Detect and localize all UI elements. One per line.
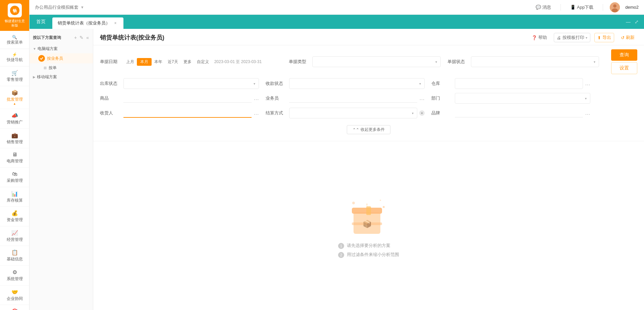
sidebar-item-wholesale[interactable]: 📦 批发管理 ▲ — [0, 86, 29, 109]
date-tab-more[interactable]: 更多 — [181, 58, 194, 66]
payment-label: 结算方式 — [266, 110, 289, 116]
message-button[interactable]: 💬 消息 — [533, 3, 554, 12]
goods-input[interactable] — [123, 94, 252, 103]
panel-collapse-button[interactable]: « — [86, 34, 90, 41]
doc-type-select[interactable]: ▾ — [312, 56, 441, 67]
page-title: 销货单统计表(按业务员) — [100, 34, 164, 42]
user-label: demo2 — [625, 5, 639, 10]
outstock-select[interactable]: ▾ — [123, 78, 259, 89]
search-menu-button[interactable]: 🔍 搜索菜单 — [0, 33, 29, 47]
refresh-button[interactable]: ↺ 刷新 — [618, 33, 637, 42]
consignee-input[interactable] — [123, 109, 252, 118]
sidebar-item-enterprise[interactable]: 🤝 企业协同 — [0, 286, 29, 305]
print-dropdown-icon: ▾ — [586, 36, 587, 40]
tree-salesperson-item[interactable]: 按业务员 — [30, 53, 93, 63]
query-button[interactable]: 查询 — [611, 49, 637, 61]
receipt-select[interactable]: ▾ — [289, 78, 425, 89]
collapse-icon: ⌃⌃ — [353, 127, 359, 132]
hint-text-1: 请先选择要分析的方案 — [347, 243, 390, 249]
tab-maximize-button[interactable]: ⤢ — [633, 18, 640, 26]
help-button[interactable]: ❓ 帮助 — [529, 33, 550, 42]
sidebar-item-marketing[interactable]: 📣 营销推广 — [0, 109, 29, 129]
svg-text:📦: 📦 — [363, 219, 372, 228]
sidebar-item-purchase[interactable]: 🛍 采购管理 — [0, 168, 29, 187]
collapse-label: 收起更多条件 — [361, 127, 385, 133]
tree-pc-section[interactable]: ▼ 电脑端方案 — [30, 44, 93, 53]
quick-nav-button[interactable]: ⚡ 快捷导航 — [0, 50, 29, 65]
app-download-button[interactable]: 📱 App下载 — [568, 3, 596, 12]
basic-icon: 📋 — [11, 249, 18, 256]
account-dropdown-icon[interactable]: ▾ — [81, 5, 84, 10]
system-icon: ⚙ — [12, 269, 17, 275]
search-menu-label: 搜索菜单 — [7, 40, 23, 45]
empty-hints: 1 请先选择要分析的方案 2 用过滤条件来缩小分析范围 — [338, 243, 399, 258]
salesperson-dots[interactable]: … — [419, 95, 425, 101]
svg-point-3 — [613, 4, 616, 8]
tab-current[interactable]: 销货单统计表（按业务员） × — [52, 17, 123, 29]
tree-mobile-label: 移动端方案 — [37, 74, 57, 80]
sidebar-item-basic[interactable]: 📋 基础信息 — [0, 246, 29, 266]
tab-minimize-button[interactable]: — — [625, 18, 632, 26]
doc-status-select[interactable]: ▾ — [471, 56, 599, 67]
sidebar-item-sales[interactable]: 💼 销售管理 — [0, 129, 29, 149]
consignee-dots[interactable]: … — [254, 110, 259, 116]
panel-add-button[interactable]: + — [73, 34, 77, 41]
sidebar-item-finance[interactable]: 💰 资金管理 — [0, 207, 29, 226]
filter-row-2: 出库状态 ▾ 收款状态 ▾ 仓库 — [100, 78, 637, 89]
refresh-label: 刷新 — [626, 35, 635, 41]
sidebar-item-operation-label: 经营管理 — [7, 237, 23, 243]
date-control: 上月 本月 本年 近7天 更多 自定义 2023-03-01 至 2023-03… — [123, 58, 282, 66]
left-panel: 按以下方案查询 + ✎ « ▼ 电脑端方案 — [30, 29, 93, 310]
date-tab-this-month[interactable]: 本月 — [137, 58, 152, 66]
export-button[interactable]: ⬆ 导出 — [594, 33, 614, 42]
print-button[interactable]: 🖨 按模板打印 ▾ — [554, 33, 590, 42]
warehouse-select[interactable] — [455, 78, 583, 89]
sidebar-item-inventory[interactable]: 📊 库存核算 — [0, 187, 29, 207]
sidebar-item-ecommerce[interactable]: 🖥 电商管理 — [0, 148, 29, 168]
app-download-icon: 📱 — [570, 5, 576, 10]
goods-label: 商品 — [100, 95, 123, 101]
action-buttons-col: 查询 设置 — [611, 49, 637, 74]
salesperson-input[interactable] — [289, 94, 417, 103]
panel-edit-button[interactable]: ✎ — [79, 34, 84, 41]
settings-button[interactable]: 设置 — [611, 62, 637, 74]
svg-text:畅: 畅 — [13, 8, 17, 13]
sidebar-item-newbie[interactable]: 🎯 新手引导 — [0, 305, 29, 310]
tab-home[interactable]: 首页 — [30, 15, 52, 29]
doc-type-label: 单据类型 — [289, 59, 312, 65]
quick-nav-icon: ⚡ — [12, 52, 17, 57]
brand-label: 品牌 — [431, 110, 455, 116]
date-tab-custom[interactable]: 自定义 — [194, 58, 212, 66]
brand-dots[interactable]: … — [585, 110, 590, 116]
brand-input[interactable] — [455, 109, 583, 117]
warehouse-label: 仓库 — [431, 81, 455, 87]
hint-num-2: 2 — [338, 252, 344, 258]
sidebar-item-retail[interactable]: 🛒 零售管理 — [0, 66, 29, 86]
goods-dots[interactable]: … — [254, 95, 259, 101]
date-tab-last-7days[interactable]: 近7天 — [165, 58, 181, 66]
date-tab-last-month[interactable]: 上月 — [123, 58, 137, 66]
message-label: 消息 — [542, 4, 551, 10]
tab-close-button[interactable]: × — [113, 20, 118, 26]
marketing-icon: 📣 — [11, 112, 18, 119]
payment-clear-button[interactable]: × — [419, 110, 425, 116]
tree-by-bill-icon: ⊞ — [44, 66, 47, 70]
tree-section: ▼ 电脑端方案 按业务员 ⊞ 按单 — [30, 43, 93, 83]
tree-mobile-section[interactable]: ▶ 移动端方案 — [30, 72, 93, 82]
tree-by-bill-item[interactable]: ⊞ 按单 — [30, 63, 93, 72]
date-tab-this-year[interactable]: 本年 — [152, 58, 165, 66]
tree-by-bill-label: 按单 — [49, 65, 57, 71]
svg-point-5 — [39, 56, 44, 61]
collapse-button[interactable]: ⌃⌃ 收起更多条件 — [347, 125, 390, 134]
warehouse-dots[interactable]: … — [585, 81, 590, 87]
sidebar-logo[interactable]: 畅 畅捷通好生意 标版 — [0, 0, 29, 31]
user-avatar[interactable] — [610, 2, 620, 12]
dept-select[interactable]: ▾ — [455, 93, 590, 104]
refresh-icon: ↺ — [621, 35, 625, 40]
sidebar-menu: 🛒 零售管理 📦 批发管理 ▲ 📣 营销推广 💼 销售管理 🖥 电商管理 🛍 采… — [0, 66, 29, 310]
outstock-arrow: ▾ — [254, 82, 255, 86]
print-label: 按模板打印 — [562, 35, 584, 41]
payment-select[interactable]: ▾ — [289, 108, 417, 118]
sidebar-item-system[interactable]: ⚙ 系统管理 — [0, 266, 29, 286]
sidebar-item-operation[interactable]: 📈 经营管理 — [0, 226, 29, 246]
